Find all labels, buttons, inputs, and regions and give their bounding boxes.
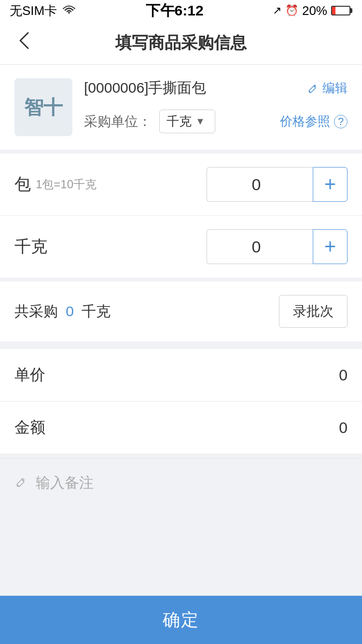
alarm-icon: ⏰: [285, 4, 298, 17]
help-icon: ?: [334, 115, 348, 128]
product-name-row: [0000006]手撕面包 编辑: [84, 78, 348, 98]
bao-input-wrap: +: [207, 167, 348, 202]
wifi-icon: [62, 3, 76, 18]
spacer: [0, 507, 362, 585]
amount-label: 金额: [14, 417, 45, 438]
bao-row: 包 1包=10千克 +: [0, 154, 362, 216]
summary-row: 共采购 0 千克 录批次: [0, 281, 362, 345]
status-right: ↗ ⏰ 20%: [273, 3, 352, 18]
product-full-name: [0000006]手撕面包: [84, 78, 206, 98]
summary-value: 0: [66, 303, 74, 319]
status-bar: 无SIM卡 下午6:12 ↗ ⏰ 20%: [0, 0, 362, 21]
unit-price-value: 0: [339, 366, 348, 384]
note-placeholder: 输入备注: [36, 473, 94, 493]
bao-plus-button[interactable]: +: [313, 167, 348, 202]
kg-row: 千克 +: [0, 216, 362, 281]
bao-label: 包: [14, 173, 31, 196]
edit-label: 编辑: [322, 80, 348, 97]
bao-input[interactable]: [207, 167, 313, 202]
kg-input-wrap: +: [207, 229, 348, 264]
kg-plus-button[interactable]: +: [313, 229, 348, 264]
bao-sublabel: 1包=10千克: [36, 177, 97, 192]
summary-prefix: 共采购: [14, 303, 58, 319]
confirm-button[interactable]: 确定: [0, 596, 362, 644]
batch-button[interactable]: 录批次: [279, 295, 348, 328]
product-logo: 智十: [24, 94, 63, 121]
amount-row: 金额 0: [0, 402, 362, 454]
unit-price-label: 单价: [14, 364, 45, 386]
battery-icon: [331, 6, 352, 15]
summary-unit: 千克: [82, 303, 111, 319]
product-info: [0000006]手撕面包 编辑 采购单位： 千克 ▼ 价格参照 ?: [84, 78, 348, 133]
page-title: 填写商品采购信息: [115, 32, 247, 54]
back-button[interactable]: [14, 26, 35, 59]
product-thumbnail: 智十: [14, 78, 72, 136]
pencil-icon: [14, 475, 28, 491]
price-ref-button[interactable]: 价格参照 ?: [280, 113, 348, 130]
chevron-down-icon: ▼: [195, 116, 205, 127]
price-ref-label: 价格参照: [280, 113, 330, 130]
nav-bar: 填写商品采购信息: [0, 21, 362, 65]
unit-value: 千克: [167, 113, 192, 130]
carrier-label: 无SIM卡: [10, 2, 57, 19]
price-section: 单价 0 金额 0: [0, 349, 362, 454]
kg-label: 千克: [14, 236, 47, 258]
status-time: 下午6:12: [146, 1, 204, 21]
note-section[interactable]: 输入备注: [0, 458, 362, 507]
unit-price-row: 单价 0: [0, 349, 362, 402]
amount-value: 0: [339, 419, 348, 437]
status-left: 无SIM卡: [10, 2, 76, 19]
product-unit-row: 采购单位： 千克 ▼ 价格参照 ?: [84, 110, 348, 133]
unit-select[interactable]: 千克 ▼: [159, 110, 215, 133]
kg-input[interactable]: [207, 229, 313, 264]
quantity-section: 包 1包=10千克 + 千克 +: [0, 154, 362, 281]
unit-label: 采购单位：: [84, 112, 152, 131]
summary-text: 共采购 0 千克: [14, 302, 111, 322]
edit-button[interactable]: 编辑: [307, 80, 348, 97]
product-card: 智十 [0000006]手撕面包 编辑 采购单位： 千克 ▼ 价格参照 ?: [0, 65, 362, 154]
battery-percent: 20%: [302, 3, 327, 18]
gps-icon: ↗: [273, 4, 281, 17]
